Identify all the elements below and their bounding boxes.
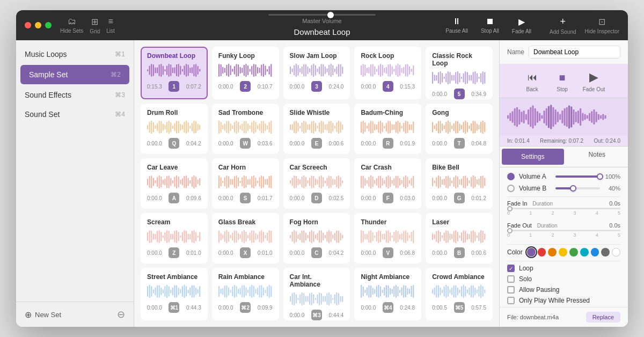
sound-card-key-1[interactable]: 1 bbox=[169, 81, 179, 92]
sound-card-5[interactable]: Classic Rock Loop 0:00.0 5 0:34.9 bbox=[426, 47, 493, 99]
sidebar-item-sound-effects[interactable]: Sound Effects ⌘3 bbox=[16, 85, 134, 105]
sound-card-key-17[interactable]: X bbox=[240, 247, 251, 258]
inspector-stop-button[interactable]: ■ Stop bbox=[553, 70, 572, 92]
sound-card-3[interactable]: Slow Jam Loop 0:00.0 3 0:24.0 bbox=[283, 47, 350, 99]
sound-card-key-9[interactable]: R bbox=[383, 138, 393, 149]
sound-card-key-2[interactable]: 2 bbox=[240, 81, 251, 92]
sound-card-18[interactable]: Fog Horn 0:00.0 C 0:04.2 bbox=[283, 213, 350, 263]
sound-card-13[interactable]: Car Screech 0:00.0 D 0:02.5 bbox=[283, 158, 350, 209]
fade-out-slider[interactable] bbox=[507, 230, 620, 231]
sound-card-16[interactable]: Scream 0:00.0 Z 0:01.0 bbox=[141, 213, 208, 263]
sound-card-key-7[interactable]: W bbox=[240, 138, 251, 149]
svg-rect-248 bbox=[407, 121, 408, 133]
sound-card-key-18[interactable]: C bbox=[311, 247, 322, 258]
sound-card-key-21[interactable]: ⌘1 bbox=[169, 302, 179, 313]
maximize-button[interactable] bbox=[45, 22, 52, 28]
sound-card-14[interactable]: Car Crash 0:00.0 F 0:03.0 bbox=[354, 158, 421, 209]
volume-a-slider[interactable] bbox=[555, 175, 600, 178]
sound-card-7[interactable]: Sad Trombone 0:00.0 W 0:03.6 bbox=[212, 104, 279, 154]
sound-card-key-24[interactable]: ⌘4 bbox=[383, 302, 393, 313]
sound-card-12[interactable]: Car Horn 0:00.0 S 0:01.7 bbox=[212, 158, 279, 209]
color-red[interactable] bbox=[538, 248, 546, 257]
sound-card-9[interactable]: Badum-Ching 0:00.0 R 0:01.9 bbox=[354, 104, 421, 154]
sound-card-key-12[interactable]: S bbox=[240, 193, 251, 203]
sidebar-item-music-loops[interactable]: Music Loops ⌘1 bbox=[16, 45, 134, 64]
svg-rect-460 bbox=[241, 231, 243, 242]
sound-card-6[interactable]: Drum Roll 0:00.0 Q 0:04.2 bbox=[141, 104, 208, 154]
inspector-name-input[interactable] bbox=[529, 46, 620, 58]
solo-checkbox[interactable] bbox=[507, 275, 515, 283]
inspector-fadeout-button[interactable]: ▶ Fade Out bbox=[583, 70, 605, 92]
sound-card-1[interactable]: Downbeat Loop 0:15.3 1 0:07.2 bbox=[141, 47, 208, 99]
svg-rect-737 bbox=[591, 111, 592, 123]
sound-card-key-20[interactable]: B bbox=[454, 247, 465, 258]
tab-settings[interactable]: Settings bbox=[502, 149, 564, 165]
sound-card-15[interactable]: Bike Bell 0:00.0 G 0:01.2 bbox=[426, 158, 493, 209]
sound-card-key-13[interactable]: D bbox=[311, 193, 322, 203]
sound-card-8[interactable]: Slide Whistle 0:00.0 E 0:00.6 bbox=[283, 104, 350, 154]
sound-card-20[interactable]: Laser 0:00.0 B 0:00.6 bbox=[426, 213, 493, 263]
add-sound-button[interactable]: + Add Sound bbox=[550, 16, 576, 35]
sound-card-key-23[interactable]: ⌘3 bbox=[311, 310, 322, 320]
color-green[interactable] bbox=[569, 248, 578, 257]
fade-all-button[interactable]: ▶ Fade All bbox=[512, 17, 531, 34]
pause-all-button[interactable]: ⏸ Pause All bbox=[445, 17, 468, 34]
sound-card-key-3[interactable]: 3 bbox=[311, 81, 322, 92]
sidebar-item-sample-set[interactable]: Sample Set ⌘2 bbox=[20, 65, 129, 84]
sound-card-key-11[interactable]: A bbox=[169, 193, 179, 203]
hide-inspector-button[interactable]: ⊡ Hide Inspector bbox=[585, 17, 619, 34]
fade-in-slider[interactable] bbox=[507, 208, 620, 209]
only-play-checkbox[interactable] bbox=[507, 297, 515, 304]
minimize-button[interactable] bbox=[35, 22, 41, 28]
volume-b-slider[interactable] bbox=[555, 187, 600, 189]
color-white[interactable] bbox=[612, 248, 620, 257]
color-teal[interactable] bbox=[580, 248, 589, 257]
stop-all-button[interactable]: ⏹ Stop All bbox=[481, 17, 499, 34]
sound-card-key-4[interactable]: 4 bbox=[383, 81, 393, 92]
sound-card-2[interactable]: Funky Loop 0:00.0 2 0:10.7 bbox=[212, 47, 279, 99]
sound-card-key-16[interactable]: Z bbox=[169, 247, 179, 258]
list-button[interactable]: ≡ List bbox=[106, 17, 115, 34]
close-button[interactable] bbox=[25, 22, 31, 28]
sound-card-19[interactable]: Thunder 0:00.0 V 0:06.8 bbox=[354, 213, 421, 263]
hide-sets-button[interactable]: 🗂 Hide Sets bbox=[60, 17, 83, 34]
sound-card-key-14[interactable]: F bbox=[383, 193, 393, 203]
sound-card-key-19[interactable]: V bbox=[383, 247, 393, 258]
sound-card-footer-24: 0:00.0 ⌘4 0:24.8 bbox=[361, 302, 415, 313]
loop-checkbox[interactable]: ✓ bbox=[507, 265, 515, 272]
back-label: Back bbox=[526, 86, 538, 92]
inspector-back-button[interactable]: ⏮ Back bbox=[523, 70, 542, 92]
sound-card-23[interactable]: Car Int. Ambiance 0:00.0 ⌘3 0:44.4 bbox=[283, 268, 350, 320]
tab-notes[interactable]: Notes bbox=[566, 146, 628, 167]
sound-card-key-15[interactable]: G bbox=[454, 193, 465, 203]
sound-card-4[interactable]: Rock Loop 0:00.0 4 0:15.3 bbox=[354, 47, 421, 99]
sidebar-item-sound-set[interactable]: Sound Set ⌘4 bbox=[16, 105, 134, 124]
sound-card-22[interactable]: Rain Ambiance 0:00.0 ⌘2 0:09.9 bbox=[212, 268, 279, 320]
sound-card-key-22[interactable]: ⌘2 bbox=[240, 302, 251, 313]
sound-card-24[interactable]: Night Ambiance 0:00.0 ⌘4 0:24.8 bbox=[354, 268, 421, 320]
sound-card-11[interactable]: Car Leave 0:00.0 A 0:09.6 bbox=[141, 158, 208, 209]
sound-card-key-8[interactable]: E bbox=[311, 138, 322, 149]
replace-button[interactable]: Replace bbox=[586, 312, 620, 323]
grid-button[interactable]: ⊞ Grid bbox=[90, 17, 100, 34]
color-yellow[interactable] bbox=[559, 248, 567, 257]
sound-card-key-5[interactable]: 5 bbox=[454, 89, 465, 99]
new-set-button[interactable]: ⊕ New Set bbox=[25, 310, 61, 320]
sound-card-key-6[interactable]: Q bbox=[169, 138, 179, 149]
volume-b-radio[interactable] bbox=[507, 185, 515, 192]
svg-rect-686 bbox=[459, 290, 460, 294]
volume-a-radio[interactable] bbox=[507, 173, 515, 180]
sound-card-25[interactable]: Crowd Ambiance 0:00.5 ⌘5 0:57.5 bbox=[426, 268, 493, 320]
sound-card-17[interactable]: Glass Break 0:00.0 X 0:01.0 bbox=[212, 213, 279, 263]
sound-card-key-25[interactable]: ⌘5 bbox=[454, 302, 465, 313]
color-orange[interactable] bbox=[548, 248, 557, 257]
color-gray[interactable] bbox=[601, 248, 610, 257]
sound-card-21[interactable]: Street Ambiance 0:00.0 ⌘1 0:44.3 bbox=[141, 268, 208, 320]
color-blue[interactable] bbox=[591, 248, 599, 257]
sound-card-key-10[interactable]: T bbox=[454, 138, 465, 149]
color-purple[interactable] bbox=[527, 248, 536, 257]
allow-pausing-checkbox[interactable] bbox=[507, 286, 515, 294]
sound-card-10[interactable]: Gong 0:00.0 T 0:04.8 bbox=[426, 104, 493, 154]
remove-set-button[interactable]: ⊖ bbox=[117, 309, 125, 320]
master-volume-slider[interactable] bbox=[268, 14, 376, 16]
